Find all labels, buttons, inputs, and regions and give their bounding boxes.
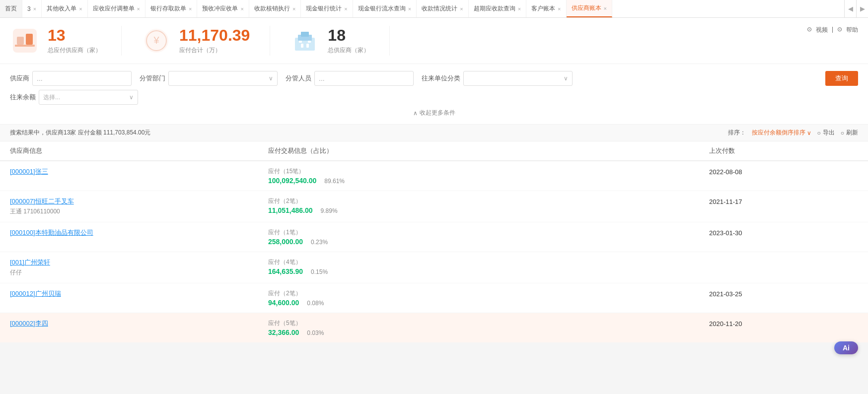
close-icon[interactable]: × xyxy=(460,6,463,12)
table-body: [000001]张三 应付（15笔） 100,092,540.00 89.61%… xyxy=(0,161,868,343)
close-icon[interactable]: × xyxy=(240,6,243,12)
nav-customer-ledger[interactable]: 客户账本 × xyxy=(526,0,566,17)
payable-amount[interactable]: 11,051,486.00 xyxy=(268,206,313,214)
payable-percent: 0.03% xyxy=(307,329,324,336)
supplier-cell: [000012]广州贝瑞 xyxy=(10,289,268,300)
close-icon[interactable]: × xyxy=(604,5,607,11)
payable-percent: 0.15% xyxy=(311,268,328,275)
nav-overdue[interactable]: 超期应收款查询 × xyxy=(469,0,526,17)
payable-label: 应付（5笔） xyxy=(268,319,709,328)
nav-cash-bank-stats[interactable]: 现金银行统计 × xyxy=(301,0,353,17)
nav-collection-verify[interactable]: 收款核销执行 × xyxy=(249,0,301,17)
close-icon[interactable]: × xyxy=(518,6,521,12)
search-button[interactable]: 查询 xyxy=(825,71,858,86)
payable-label: 应付（4笔） xyxy=(268,258,709,266)
close-icon[interactable]: × xyxy=(33,6,36,12)
svg-text:¥: ¥ xyxy=(153,35,159,46)
stat-payable-total: ¥ 11,170.39 应付合计（万） xyxy=(122,26,270,56)
supplier-name-link[interactable]: [000001]张三 xyxy=(10,167,268,176)
payable-suppliers-count: 13 xyxy=(48,27,101,44)
payable-amount[interactable]: 258,000.00 xyxy=(268,238,303,246)
nav-supplier-ledger[interactable]: 供应商账本 × xyxy=(567,0,612,17)
close-icon[interactable]: × xyxy=(408,6,411,12)
payable-suppliers-icon xyxy=(10,26,40,56)
sort-select[interactable]: 按应付余额倒序排序 ∨ xyxy=(752,129,811,137)
supplier-name-link[interactable]: [000007]恒旺二手叉车 xyxy=(10,197,268,206)
balance-filter-label: 往来余额 xyxy=(10,93,36,102)
nav-bank-deposit-label: 银行存取款单 xyxy=(150,4,186,13)
payable-info: 258,000.00 0.23% xyxy=(268,237,709,246)
supplier-name-link[interactable]: [000012]广州贝瑞 xyxy=(10,289,268,298)
chevron-down-icon-3: ∨ xyxy=(129,94,134,101)
nav-collection-stats[interactable]: 收款情况统计 × xyxy=(417,0,468,17)
nav-bank-deposit[interactable]: 银行存取款单 × xyxy=(145,0,197,17)
stat-total-suppliers: 18 总供应商（家） xyxy=(270,26,390,56)
payable-amount[interactable]: 100,092,540.00 xyxy=(268,177,316,185)
filter-balance: 往来余额 选择... ∨ xyxy=(10,90,138,105)
payable-info: 164,635.90 0.15% xyxy=(268,266,709,275)
svg-rect-10 xyxy=(301,44,303,48)
supplier-cell: [000007]恒旺二手叉车 王通 17106110000 xyxy=(10,197,268,216)
table-header: 供应商信息 应付交易信息（占比） 上次付数 xyxy=(0,141,868,161)
dept-select[interactable]: ∨ xyxy=(168,71,278,86)
nav-adjust[interactable]: 应收应付调整单 × xyxy=(88,0,145,17)
refresh-button[interactable]: ○ 刷新 xyxy=(841,129,858,137)
divider: | xyxy=(832,26,833,34)
payable-amount[interactable]: 94,600.00 xyxy=(268,299,299,307)
col-supplier-header: 供应商信息 xyxy=(10,146,268,155)
nav-other-income[interactable]: 其他收入单 × xyxy=(42,0,87,17)
person-select[interactable]: ... xyxy=(314,71,414,86)
export-button[interactable]: ○ 导出 xyxy=(817,129,835,137)
help-icon: ⊙ xyxy=(837,26,842,34)
nav-next-arrow[interactable]: ▶ xyxy=(856,0,868,18)
payable-amount[interactable]: 32,366.00 xyxy=(268,328,299,336)
payable-cell: 应付（4笔） 164,635.90 0.15% xyxy=(268,258,709,275)
close-icon[interactable]: × xyxy=(558,6,561,12)
payable-info: 100,092,540.00 89.61% xyxy=(268,176,709,185)
supplier-filter-label: 供应商 xyxy=(10,74,29,83)
nav-advance-collection[interactable]: 预收冲应收单 × xyxy=(197,0,249,17)
balance-select[interactable]: 选择... ∨ xyxy=(39,90,138,105)
last-payment-cell: 2021-11-17 xyxy=(709,197,858,205)
unit-category-select[interactable]: ∨ xyxy=(463,71,573,86)
close-icon[interactable]: × xyxy=(189,6,192,12)
help-link[interactable]: 帮助 xyxy=(846,26,858,34)
last-payment-cell xyxy=(709,258,858,259)
result-bar-right: 排序： 按应付余额倒序排序 ∨ ○ 导出 ○ 刷新 xyxy=(728,129,859,137)
ai-badge[interactable]: Ai xyxy=(834,341,858,343)
payable-label: 应付（2笔） xyxy=(268,289,709,298)
supplier-name-link[interactable]: [001]广州荣轩 xyxy=(10,258,268,267)
main-table: 供应商信息 应付交易信息（占比） 上次付数 [000001]张三 应付（15笔）… xyxy=(0,141,868,343)
nav-cash-bank-stats-label: 现金银行统计 xyxy=(306,4,342,13)
close-icon[interactable]: × xyxy=(344,6,347,12)
svg-rect-9 xyxy=(301,32,309,37)
stats-bar: 13 总应付供应商（家） ¥ 11,170.39 应付合计（万） xyxy=(0,18,868,64)
dept-filter-label: 分管部门 xyxy=(140,74,165,83)
payable-amount[interactable]: 164,635.90 xyxy=(268,267,303,275)
stat-payable-suppliers: 13 总应付供应商（家） xyxy=(10,26,122,56)
collapse-button[interactable]: ∧ 收起更多条件 xyxy=(413,109,455,117)
sort-label: 排序： xyxy=(728,129,746,137)
top-navigation: 首页 3 × 其他收入单 × 应收应付调整单 × 银行存取款单 × 预收冲应收单… xyxy=(0,0,868,18)
nav-collection-stats-label: 收款情况统计 xyxy=(422,4,457,13)
video-link[interactable]: 视频 xyxy=(816,26,828,34)
top-right-links: ⊙ 视频 | ⊙ 帮助 xyxy=(807,26,858,34)
payable-total-amount: 11,170.39 xyxy=(179,27,250,44)
close-icon[interactable]: × xyxy=(79,6,82,12)
close-icon[interactable]: × xyxy=(292,6,295,12)
nav-item-3[interactable]: 3 × xyxy=(22,0,42,17)
stat-total-suppliers-info: 18 总供应商（家） xyxy=(328,27,369,55)
table-row: [000100]本特勤油品有限公司 应付（1笔） 258,000.00 0.23… xyxy=(0,222,868,252)
table-row: [000002]李四 应付（5笔） 32,366.00 0.03% 2020-1… xyxy=(0,313,868,343)
supplier-name-link[interactable]: [000100]本特勤油品有限公司 xyxy=(10,228,268,237)
payable-percent: 0.08% xyxy=(307,300,324,307)
nav-home[interactable]: 首页 xyxy=(0,0,22,17)
nav-cash-flow[interactable]: 现金银行流水查询 × xyxy=(353,0,417,17)
supplier-select[interactable]: ... xyxy=(32,71,132,86)
payable-info: 94,600.00 0.08% xyxy=(268,298,709,307)
nav-prev-arrow[interactable]: ◀ xyxy=(844,0,856,18)
nav-arrows: ◀ ▶ xyxy=(844,0,868,18)
close-icon[interactable]: × xyxy=(137,6,140,12)
payable-cell: 应付（2笔） 94,600.00 0.08% xyxy=(268,289,709,307)
supplier-name-link[interactable]: [000002]李四 xyxy=(10,319,268,328)
